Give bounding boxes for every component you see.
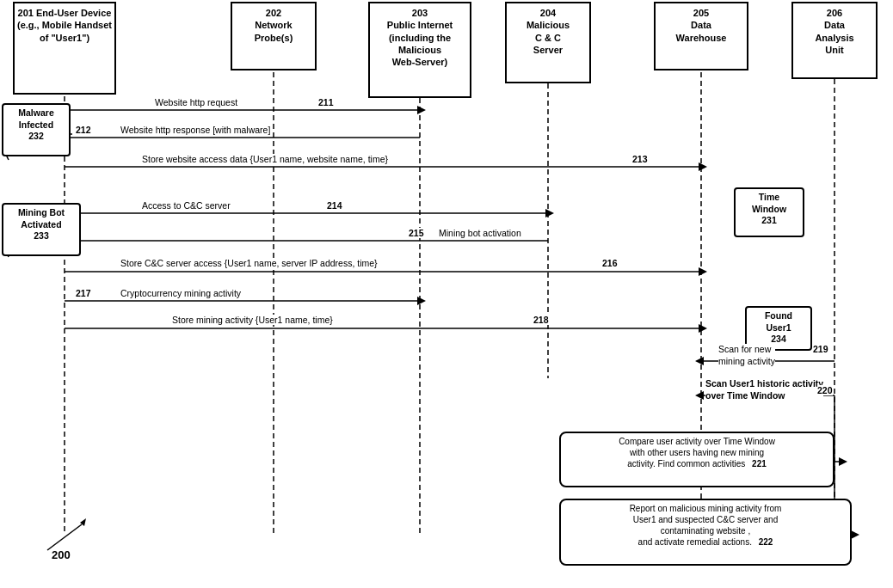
- svg-marker-21: [699, 324, 707, 333]
- msg-220-label: Scan User1 historic activityover Time Wi…: [705, 378, 823, 401]
- entity-204: 204MaliciousC & CServer: [505, 2, 591, 83]
- msg-218-num: 218: [533, 315, 549, 325]
- msg-216-label: Store C&C server access {User1 name, ser…: [120, 258, 378, 268]
- msg-217-num: 217: [76, 288, 91, 298]
- msg-214-label: Access to C&C server: [142, 200, 231, 211]
- msg-211-num: 211: [318, 97, 334, 107]
- note-time-window: TimeWindow231: [734, 187, 804, 237]
- msg-211-label: Website http request: [155, 97, 237, 107]
- msg-215-num: 215: [409, 228, 424, 238]
- svg-marker-34: [80, 518, 86, 526]
- msg-214-num: 214: [327, 200, 342, 211]
- sequence-diagram: 201 End-User Device (e.g., Mobile Handse…: [0, 0, 893, 588]
- svg-marker-17: [699, 267, 707, 276]
- msg-217-label: Cryptocurrency mining activity: [120, 288, 241, 298]
- svg-line-33: [47, 524, 82, 550]
- svg-marker-23: [695, 357, 704, 365]
- entity-201: 201 End-User Device (e.g., Mobile Handse…: [13, 2, 116, 95]
- svg-marker-11: [699, 162, 707, 171]
- bracket-221: Compare user activity over Time Windowwi…: [559, 432, 834, 487]
- svg-marker-28: [839, 457, 847, 466]
- svg-marker-19: [417, 297, 426, 305]
- entity-202: 202NetworkProbe(s): [231, 2, 317, 70]
- msg-220-num: 220: [817, 385, 833, 395]
- msg-215-label: Mining bot activation: [439, 228, 521, 238]
- svg-marker-25: [695, 391, 704, 400]
- msg-213-label: Store website access data {User1 name, w…: [142, 154, 388, 164]
- msg-218-label: Store mining activity {User1 name, time}: [172, 315, 333, 325]
- msg-212-num: 212: [76, 125, 91, 135]
- svg-marker-7: [417, 106, 426, 114]
- note-malware-infected: MalwareInfected232: [2, 103, 71, 156]
- msg-212-label: Website http response [with malware]: [120, 125, 270, 135]
- svg-marker-31: [851, 530, 859, 539]
- label-200: 200: [52, 548, 71, 561]
- msg-219-label: Scan for newmining activity: [718, 344, 775, 367]
- bracket-222: Report on malicious mining activity from…: [559, 499, 852, 566]
- note-mining-bot: Mining BotActivated233: [2, 203, 81, 256]
- entity-206: 206DataAnalysisUnit: [791, 2, 878, 79]
- msg-219-num: 219: [813, 344, 828, 354]
- svg-marker-13: [545, 209, 554, 217]
- entity-205: 205DataWarehouse: [654, 2, 748, 70]
- msg-213-num: 213: [632, 154, 648, 164]
- entity-203: 203Public Internet(including theMaliciou…: [368, 2, 471, 98]
- msg-216-num: 216: [602, 258, 618, 268]
